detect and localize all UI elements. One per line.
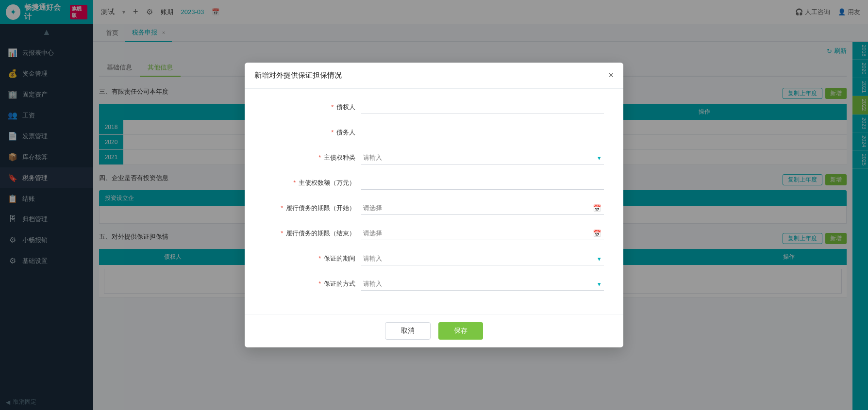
required-marker-3: * [318, 154, 321, 161]
form-select-claim-type-wrap: ▾ [361, 151, 604, 164]
guarantee-method-input[interactable] [361, 277, 604, 291]
form-label-guarantee-period: * 保证的期间 [264, 254, 361, 263]
required-marker-5: * [281, 204, 283, 212]
form-input-debtor-wrap [361, 126, 604, 139]
modal-overlay[interactable]: 新增对外提供保证担保情况 × * 债权人 * 债务人 [0, 0, 868, 410]
form-label-claim-type: * 主债权种类 [264, 153, 361, 162]
form-input-claim-amount-wrap [361, 176, 604, 190]
required-marker: * [331, 103, 334, 111]
form-label-guarantee-method: * 保证的方式 [264, 279, 361, 288]
period-end-input[interactable] [361, 227, 604, 240]
cancel-button[interactable]: 取消 [385, 322, 431, 340]
guarantee-period-input[interactable] [361, 252, 604, 265]
required-marker-4: * [293, 179, 296, 186]
required-marker-2: * [331, 129, 334, 136]
required-marker-8: * [318, 280, 321, 287]
form-row-debtor: * 债务人 [264, 126, 604, 139]
modal-body: * 债权人 * 债务人 * [245, 89, 623, 314]
creditor-input[interactable] [361, 100, 604, 114]
form-label-claim-amount: * 主债权数额（万元） [264, 179, 361, 187]
claim-amount-input[interactable] [361, 176, 604, 190]
modal-close-button[interactable]: × [608, 70, 614, 81]
form-row-guarantee-method: * 保证的方式 ▾ [264, 277, 604, 291]
modal-footer: 取消 保存 [245, 314, 623, 347]
save-button[interactable]: 保存 [438, 322, 483, 340]
form-label-period-start: * 履行债务的期限（开始） [264, 204, 361, 213]
modal-title: 新增对外提供保证担保情况 [254, 71, 342, 80]
form-label-creditor: * 债权人 [264, 103, 361, 112]
form-row-period-start: * 履行债务的期限（开始） 📅 [264, 201, 604, 215]
form-row-period-end: * 履行债务的期限（结束） 📅 [264, 227, 604, 240]
form-row-claim-amount: * 主债权数额（万元） [264, 176, 604, 190]
form-select-guarantee-period-wrap: ▾ [361, 252, 604, 265]
form-row-claim-type: * 主债权种类 ▾ [264, 151, 604, 164]
form-row-guarantee-period: * 保证的期间 ▾ [264, 252, 604, 265]
form-date-period-start-wrap: 📅 [361, 201, 604, 215]
form-label-period-end: * 履行债务的期限（结束） [264, 229, 361, 238]
required-marker-7: * [318, 255, 321, 262]
claim-type-input[interactable] [361, 151, 604, 164]
modal-dialog: 新增对外提供保证担保情况 × * 债权人 * 债务人 [245, 63, 623, 347]
form-date-period-end-wrap: 📅 [361, 227, 604, 240]
debtor-input[interactable] [361, 126, 604, 139]
period-start-calendar-icon[interactable]: 📅 [593, 204, 601, 212]
period-start-input[interactable] [361, 201, 604, 215]
modal-header: 新增对外提供保证担保情况 × [245, 63, 623, 89]
form-input-creditor-wrap [361, 100, 604, 114]
period-end-calendar-icon[interactable]: 📅 [593, 230, 601, 237]
form-label-debtor: * 债务人 [264, 128, 361, 137]
form-select-guarantee-method-wrap: ▾ [361, 277, 604, 291]
required-marker-6: * [281, 230, 283, 237]
form-row-creditor: * 债权人 [264, 100, 604, 114]
